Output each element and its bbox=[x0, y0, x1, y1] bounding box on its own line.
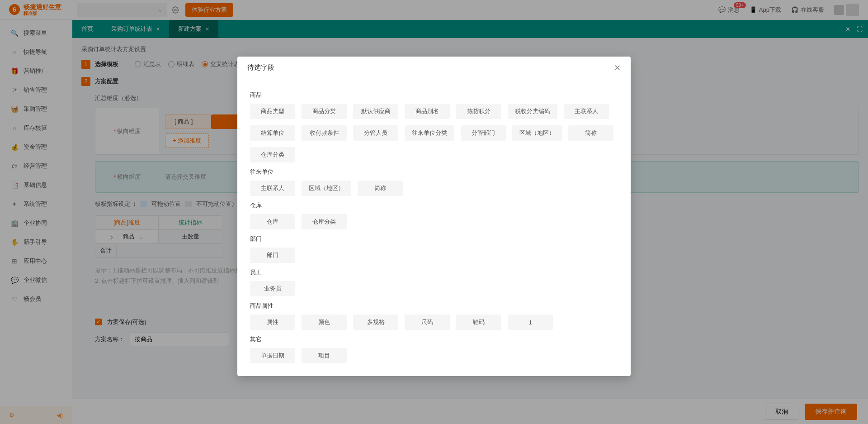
field-picker-modal: 待选字段 ✕ 商品商品类型商品分类默认供应商商品别名拣货积分税收分类编码主联系人… bbox=[237, 57, 631, 376]
field-group: 商品属性属性颜色多规格尺码鞋码1 bbox=[250, 302, 618, 330]
field-chip[interactable]: 拣货积分 bbox=[456, 104, 501, 119]
field-chip[interactable]: 1 bbox=[508, 314, 553, 330]
field-group: 往来单位主联系人区域（地区）简称 bbox=[250, 168, 618, 196]
field-chip[interactable]: 业务员 bbox=[250, 281, 295, 296]
field-group: 商品商品类型商品分类默认供应商商品别名拣货积分税收分类编码主联系人结算单位收付款… bbox=[250, 91, 618, 162]
group-title: 其它 bbox=[250, 335, 618, 343]
field-chip[interactable]: 简称 bbox=[358, 181, 403, 196]
field-chip[interactable]: 结算单位 bbox=[250, 125, 295, 141]
group-title: 往来单位 bbox=[250, 168, 618, 176]
field-group: 部门部门 bbox=[250, 235, 618, 263]
field-chip[interactable]: 税收分类编码 bbox=[508, 104, 557, 119]
group-title: 商品属性 bbox=[250, 302, 618, 310]
field-chip[interactable]: 尺码 bbox=[405, 314, 450, 330]
field-chip[interactable]: 单据日期 bbox=[250, 348, 295, 363]
field-chip[interactable]: 分管部门 bbox=[461, 125, 506, 141]
field-chip[interactable]: 颜色 bbox=[302, 314, 347, 330]
field-chip[interactable]: 部门 bbox=[250, 248, 295, 263]
field-group: 其它单据日期项目 bbox=[250, 335, 618, 363]
field-group: 员工业务员 bbox=[250, 268, 618, 296]
field-chip[interactable]: 属性 bbox=[250, 314, 295, 330]
field-chip[interactable]: 往来单位分类 bbox=[405, 125, 454, 141]
field-chip[interactable]: 收付款条件 bbox=[302, 125, 347, 141]
field-chip[interactable]: 分管人员 bbox=[353, 125, 398, 141]
modal-close-button[interactable]: ✕ bbox=[614, 63, 621, 73]
field-chip[interactable]: 主联系人 bbox=[250, 181, 295, 196]
field-chip[interactable]: 简称 bbox=[568, 125, 613, 141]
field-chip[interactable]: 仓库 bbox=[250, 214, 295, 229]
field-chip[interactable]: 鞋码 bbox=[456, 314, 501, 330]
field-chip[interactable]: 区域（地区） bbox=[302, 181, 351, 196]
field-chip[interactable]: 仓库分类 bbox=[302, 214, 347, 229]
group-title: 仓库 bbox=[250, 201, 618, 210]
field-group: 仓库仓库仓库分类 bbox=[250, 201, 618, 229]
field-chip[interactable]: 区域（地区） bbox=[512, 125, 562, 141]
modal-title: 待选字段 bbox=[247, 63, 274, 72]
group-title: 商品 bbox=[250, 91, 618, 99]
field-chip[interactable]: 商品别名 bbox=[405, 104, 450, 119]
field-chip[interactable]: 仓库分类 bbox=[250, 147, 295, 162]
group-title: 员工 bbox=[250, 268, 618, 276]
group-title: 部门 bbox=[250, 235, 618, 243]
field-chip[interactable]: 商品类型 bbox=[250, 104, 295, 119]
field-chip[interactable]: 项目 bbox=[302, 348, 347, 363]
field-chip[interactable]: 多规格 bbox=[353, 314, 398, 330]
field-chip[interactable]: 商品分类 bbox=[302, 104, 347, 119]
field-chip[interactable]: 默认供应商 bbox=[353, 104, 398, 119]
field-chip[interactable]: 主联系人 bbox=[564, 104, 609, 119]
